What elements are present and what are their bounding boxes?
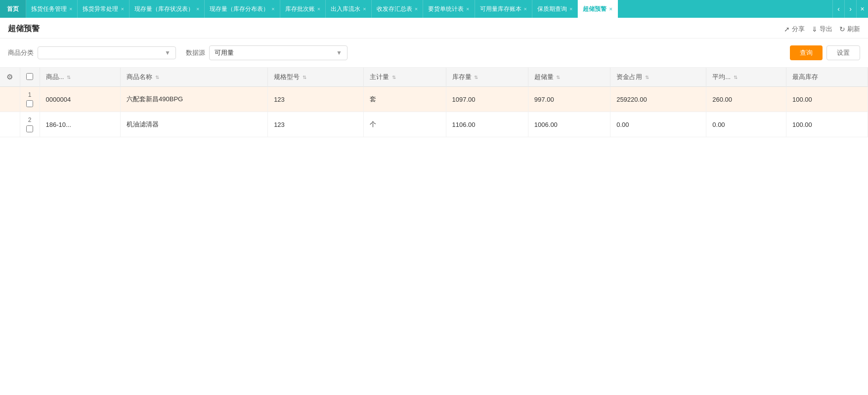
row-index-cell: 1 bbox=[20, 87, 40, 112]
row-gear-cell bbox=[0, 112, 20, 137]
row-code: 0000004 bbox=[40, 87, 121, 112]
nav-arrow-left[interactable]: ‹ bbox=[832, 0, 844, 18]
nav-arrow-right[interactable]: › bbox=[844, 0, 856, 18]
table-container: ⚙ 商品... ⇅ 商品名称 ⇅ 规格型号 bbox=[0, 68, 868, 137]
settings-button[interactable]: 设置 bbox=[826, 45, 860, 60]
refresh-button[interactable]: ↻ 刷新 bbox=[839, 25, 860, 34]
col-code-header: 商品... ⇅ bbox=[40, 68, 121, 87]
sort-icon[interactable]: ⇅ bbox=[303, 75, 306, 80]
row-name: 六配套新昌490BPG bbox=[121, 87, 268, 112]
nav-close-btn[interactable]: × bbox=[856, 0, 868, 18]
close-icon[interactable]: × bbox=[69, 6, 72, 12]
row-checkbox[interactable] bbox=[26, 100, 33, 107]
row-index-cell: 2 bbox=[20, 112, 40, 137]
close-icon[interactable]: × bbox=[317, 6, 320, 12]
chevron-down-icon: ▼ bbox=[336, 49, 342, 56]
nav-tab-inventory-status[interactable]: 现存量（库存状况表） × bbox=[130, 0, 205, 18]
row-maxstock: 100.00 bbox=[786, 87, 868, 112]
sort-icon[interactable]: ⇅ bbox=[645, 75, 649, 80]
top-navigation: 首页 拣货任务管理 × 拣货异常处理 × 现存量（库存状况表） × 现存量（库存… bbox=[0, 0, 868, 18]
close-icon[interactable]: × bbox=[271, 6, 274, 12]
table-row: 2 186-10... 机油滤清器 123 个 1106.00 1006.00 … bbox=[0, 112, 868, 137]
close-icon[interactable]: × bbox=[363, 6, 366, 12]
share-button[interactable]: ➚ 分享 bbox=[784, 25, 805, 34]
select-all-checkbox[interactable] bbox=[26, 73, 33, 80]
row-gear-cell bbox=[0, 87, 20, 112]
row-unit: 套 bbox=[364, 87, 446, 112]
table-header-row: ⚙ 商品... ⇅ 商品名称 ⇅ 规格型号 bbox=[0, 68, 868, 87]
col-name-header: 商品名称 ⇅ bbox=[121, 68, 268, 87]
datasource-filter: 数据源 可用量 ▼ bbox=[186, 45, 347, 60]
sort-icon[interactable]: ⇅ bbox=[734, 75, 738, 80]
filter-actions: 查询 设置 bbox=[790, 45, 860, 60]
nav-tab-inventory-dist[interactable]: 现存量（库存分布表） × bbox=[205, 0, 280, 18]
close-icon[interactable]: × bbox=[196, 6, 199, 12]
row-stock: 1106.00 bbox=[446, 112, 528, 137]
share-icon: ➚ bbox=[784, 25, 790, 33]
row-spec: 123 bbox=[268, 87, 364, 112]
col-unit-header: 主计量 ⇅ bbox=[364, 68, 446, 87]
refresh-icon: ↻ bbox=[839, 25, 845, 33]
nav-arrows: ‹ › × bbox=[832, 0, 868, 18]
header-actions: ➚ 分享 ⇓ 导出 ↻ 刷新 bbox=[784, 25, 860, 34]
sort-icon[interactable]: ⇅ bbox=[67, 75, 71, 80]
col-spec-header: 规格型号 ⇅ bbox=[268, 68, 364, 87]
category-select[interactable]: ▼ bbox=[38, 46, 176, 59]
row-avg: 260.00 bbox=[706, 87, 786, 112]
close-icon[interactable]: × bbox=[524, 6, 527, 12]
main-content: 超储预警 ➚ 分享 ⇓ 导出 ↻ 刷新 商品分类 ▼ 数据源 bbox=[0, 18, 868, 395]
export-button[interactable]: ⇓ 导出 bbox=[812, 25, 832, 34]
nav-tab-expiry[interactable]: 保质期查询 × bbox=[532, 0, 578, 18]
row-spec: 123 bbox=[268, 112, 364, 137]
close-icon[interactable]: × bbox=[121, 6, 124, 12]
nav-tab-available-account[interactable]: 可用量库存账本 × bbox=[475, 0, 532, 18]
gear-icon[interactable]: ⚙ bbox=[6, 73, 13, 81]
sort-icon[interactable]: ⇅ bbox=[474, 75, 478, 80]
page-header: 超储预警 ➚ 分享 ⇓ 导出 ↻ 刷新 bbox=[0, 18, 868, 39]
row-unit: 个 bbox=[364, 112, 446, 137]
overstock-table: ⚙ 商品... ⇅ 商品名称 ⇅ 规格型号 bbox=[0, 68, 868, 137]
row-code: 186-10... bbox=[40, 112, 121, 137]
nav-tab-exception[interactable]: 拣货异常处理 × bbox=[78, 0, 129, 18]
col-overstock-header: 超储量 ⇅ bbox=[528, 68, 610, 87]
datasource-label: 数据源 bbox=[186, 48, 205, 57]
chevron-down-icon: ▼ bbox=[165, 49, 171, 56]
nav-tab-overstock[interactable]: 超储预警 × bbox=[578, 0, 617, 18]
nav-tab-task-mgmt[interactable]: 拣货任务管理 × bbox=[26, 0, 78, 18]
close-icon[interactable]: × bbox=[569, 6, 572, 12]
col-capital-header: 资金占用 ⇅ bbox=[610, 68, 706, 87]
table-row: 1 0000004 六配套新昌490BPG 123 套 1097.00 997.… bbox=[0, 87, 868, 112]
col-avg-header: 平均... ⇅ bbox=[706, 68, 786, 87]
filter-bar: 商品分类 ▼ 数据源 可用量 ▼ 查询 设置 bbox=[0, 39, 868, 68]
row-overstock: 1006.00 bbox=[528, 112, 610, 137]
close-icon[interactable]: × bbox=[415, 6, 418, 12]
datasource-select[interactable]: 可用量 ▼ bbox=[209, 45, 347, 60]
row-capital: 0.00 bbox=[610, 112, 706, 137]
close-icon[interactable]: × bbox=[609, 6, 612, 12]
category-label: 商品分类 bbox=[8, 48, 34, 57]
nav-tab-batch-account[interactable]: 库存批次账 × bbox=[280, 0, 326, 18]
row-avg: 0.00 bbox=[706, 112, 786, 137]
close-icon[interactable]: × bbox=[466, 6, 469, 12]
query-button[interactable]: 查询 bbox=[790, 45, 823, 60]
category-filter: 商品分类 ▼ bbox=[8, 46, 176, 59]
col-gear: ⚙ bbox=[0, 68, 20, 87]
page-title: 超储预警 bbox=[8, 24, 40, 34]
row-stock: 1097.00 bbox=[446, 87, 528, 112]
nav-tab-home[interactable]: 首页 bbox=[0, 0, 26, 18]
col-maxstock-header: 最高库存 bbox=[786, 68, 868, 87]
nav-tab-flow[interactable]: 出入库流水 × bbox=[326, 0, 371, 18]
nav-tab-summary[interactable]: 收发存汇总表 × bbox=[372, 0, 423, 18]
export-icon: ⇓ bbox=[812, 25, 818, 33]
sort-icon[interactable]: ⇅ bbox=[155, 75, 159, 80]
col-stock-header: 库存量 ⇅ bbox=[446, 68, 528, 87]
sort-icon[interactable]: ⇅ bbox=[392, 75, 396, 80]
row-overstock: 997.00 bbox=[528, 87, 610, 112]
row-capital: 259220.00 bbox=[610, 87, 706, 112]
row-name: 机油滤清器 bbox=[121, 112, 268, 137]
nav-tab-order-stats[interactable]: 要货单统计表 × bbox=[423, 0, 475, 18]
sort-icon[interactable]: ⇅ bbox=[556, 75, 560, 80]
row-checkbox[interactable] bbox=[26, 125, 33, 132]
datasource-value: 可用量 bbox=[215, 48, 234, 57]
col-checkbox-header bbox=[20, 68, 40, 87]
